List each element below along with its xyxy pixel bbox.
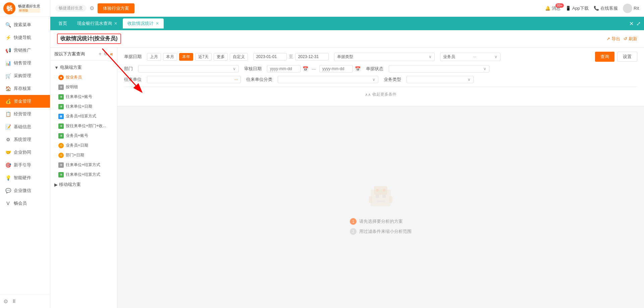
- sidebar-item-inventory[interactable]: 🏠 库存核算: [0, 82, 50, 95]
- settings-btn[interactable]: 设置: [617, 52, 637, 62]
- window-expand-btn[interactable]: ⤢: [636, 20, 641, 27]
- search-icon: 🔍: [5, 22, 11, 28]
- sidebar-item-newuser[interactable]: 🎯 新手引导: [0, 159, 50, 171]
- sidebar-item-system[interactable]: ⚙ 系统管理: [0, 133, 50, 146]
- page-content: 收款情况统计(按业务员) ↗ 导出 ↺ 刷新 按以下方案查询 +: [50, 30, 644, 308]
- marketing-icon: 📢: [5, 47, 11, 53]
- by-salesman-icon: ●: [58, 75, 64, 80]
- group-collapse-arrow: ▼: [54, 65, 59, 70]
- placeholder-step-2: 2 用过滤条件来缩小分析范围: [350, 228, 412, 235]
- customer-service-btn[interactable]: 📞 在线客服: [594, 5, 618, 11]
- date-to-input[interactable]: [295, 53, 329, 60]
- sidebar-item-member[interactable]: V 畅会员: [0, 197, 50, 210]
- sidebar-item-collab[interactable]: 🤝 企业协同: [0, 146, 50, 159]
- tab-bank-flow[interactable]: 现金银行流水查询 ✕: [72, 18, 122, 29]
- sidebar-settings-btn[interactable]: ⚙: [3, 298, 8, 305]
- scheme-item-unit-settle2[interactable]: ⊞ 往来单位+结算方式: [50, 170, 117, 179]
- scheme-item-by-salesman[interactable]: ● 按业务员: [50, 72, 117, 82]
- purchase-icon: 🛒: [5, 73, 11, 79]
- scheme-item-unit-settle1[interactable]: ⊞ 往来单位+结算方式: [50, 160, 117, 170]
- scheme-item-salesman-settle[interactable]: ▦ 业务员+结算方式: [50, 111, 117, 121]
- scheme-item-unit-dept[interactable]: ⊞ 按往来单位+部门+收...: [50, 121, 117, 131]
- date-from-input[interactable]: [253, 53, 287, 60]
- counterpart-category-label: 往来单位分类: [246, 76, 272, 83]
- scheme-list: ▼ 电脑端方案 ● 按业务员 ⊞ 按明细 ⊞ 往来单位+账号: [50, 61, 117, 308]
- sidebar-item-finance[interactable]: 💰 资金管理: [0, 95, 50, 108]
- sidebar-item-operation[interactable]: 📋 经营管理: [0, 108, 50, 120]
- trial-btn[interactable]: 体验行业方案: [98, 3, 135, 13]
- sidebar-item-hardware[interactable]: 💡 智能硬件: [0, 171, 50, 184]
- doc-type-select[interactable]: 单据类型 ∨: [334, 53, 435, 61]
- scheme-item-salesman-account[interactable]: ⊞ 业务员+账号: [50, 131, 117, 141]
- scheme-item-unit-account[interactable]: ⊞ 往来单位+账号: [50, 92, 117, 102]
- review-to-calendar-icon[interactable]: 📅: [355, 66, 361, 71]
- tab-close-bank[interactable]: ✕: [114, 21, 117, 26]
- sidebar-item-quicknav[interactable]: ⚡ 快捷导航: [0, 31, 50, 44]
- scheme-group-pc-header[interactable]: ▼ 电脑端方案: [54, 64, 113, 70]
- refresh-icon: ↺: [624, 36, 627, 41]
- counterpart-input[interactable]: ···: [147, 76, 241, 83]
- sidebar-item-purchase[interactable]: 🛒 采购管理: [0, 69, 50, 82]
- business-type-label: 业务类型: [384, 76, 401, 83]
- dept-select[interactable]: ∨: [138, 65, 239, 72]
- svg-point-3: [383, 189, 385, 192]
- sidebar-item-wechat[interactable]: 💬 企业微信: [0, 184, 50, 197]
- left-panel-title: 按以下方案查询: [54, 51, 85, 57]
- date-last-month[interactable]: 上月: [147, 53, 161, 61]
- date-this-month[interactable]: 本月: [163, 53, 177, 61]
- svg-rect-5: [382, 195, 386, 198]
- unit-settle1-icon: ⊞: [58, 162, 64, 168]
- logo-icon: 畅: [3, 2, 15, 14]
- business-type-arrow: ∨: [468, 77, 471, 82]
- scheme-item-dept-date[interactable]: ⊙ 部门+日期: [50, 150, 117, 160]
- counterpart-category-select[interactable]: ∨: [278, 76, 378, 83]
- date-more[interactable]: 更多: [214, 53, 228, 61]
- salesman-account-icon: ⊞: [58, 133, 64, 139]
- header-settings-icon[interactable]: ⚙: [90, 5, 94, 11]
- sidebar-collapse-btn[interactable]: ⏸: [11, 298, 17, 305]
- dept-arrow: ∨: [233, 66, 236, 71]
- scheme-item-detail[interactable]: ⊞ 按明细: [50, 82, 117, 92]
- add-scheme-btn[interactable]: +: [99, 51, 102, 57]
- sidebar-item-search[interactable]: 🔍 搜索菜单: [0, 18, 50, 31]
- collapse-more-btn[interactable]: ∧∧ 收起更多条件: [362, 89, 399, 100]
- tab-close-collection[interactable]: ✕: [156, 21, 159, 26]
- main-content: 畅捷通好生意 ⚙ 体验行业方案 🔔 消息 99+ 📱 App下载 📞 在线客服 …: [50, 0, 644, 308]
- salesman-date-icon: ⊙: [58, 143, 64, 148]
- review-to-input[interactable]: [319, 65, 353, 72]
- counterpart-more-btn[interactable]: ···: [234, 77, 238, 82]
- date-this-year[interactable]: 本年: [179, 53, 193, 61]
- date-7days[interactable]: 近7天: [195, 53, 212, 61]
- business-type-select[interactable]: ∨: [407, 76, 474, 83]
- tab-home[interactable]: 首页: [54, 18, 72, 29]
- export-icon: ↗: [606, 36, 610, 41]
- review-from-input[interactable]: [267, 65, 301, 72]
- app-download-btn[interactable]: 📱 App下载: [566, 5, 589, 11]
- refresh-btn[interactable]: ↺ 刷新: [624, 36, 637, 42]
- dept-date-icon: ⊙: [58, 153, 64, 158]
- export-btn[interactable]: ↗ 导出: [606, 36, 620, 42]
- sidebar-item-baseinfo[interactable]: 📝 基础信息: [0, 120, 50, 133]
- sidebar-item-marketing[interactable]: 📢 营销推广: [0, 44, 50, 57]
- user-area[interactable]: Rit: [623, 4, 639, 13]
- inventory-icon: 🏠: [5, 86, 11, 92]
- scheme-item-salesman-date[interactable]: ⊙ 业务员+日期: [50, 141, 117, 150]
- scheme-item-unit-date[interactable]: ⊞ 往来单位+日期: [50, 102, 117, 111]
- tab-bar-actions: ✕ ⤢: [629, 20, 641, 27]
- date-custom[interactable]: 自定义: [230, 53, 248, 61]
- salesman-arrow: ∨: [494, 54, 497, 59]
- notification-btn[interactable]: 🔔 消息 99+: [545, 5, 560, 11]
- review-from-calendar-icon[interactable]: 📅: [303, 66, 308, 71]
- scheme-settings-btn[interactable]: ⚙: [104, 51, 108, 57]
- salesman-select[interactable]: 业务员 ··· ∨: [440, 53, 500, 61]
- window-close-btn[interactable]: ✕: [629, 20, 634, 27]
- sidebar-item-sales[interactable]: 📊 销售管理: [0, 57, 50, 69]
- left-panel-collapse-btn[interactable]: «: [110, 51, 113, 57]
- salesman-more-btn: ···: [473, 54, 476, 59]
- detail-icon: ⊞: [58, 85, 64, 90]
- header-left: 畅捷通好生意 ⚙ 体验行业方案: [55, 3, 135, 13]
- tab-collection-stats[interactable]: 收款情况统计 ✕: [123, 18, 164, 29]
- query-btn[interactable]: 查询: [595, 52, 614, 62]
- doc-status-select[interactable]: ∨: [389, 65, 489, 72]
- scheme-group-mobile-header[interactable]: ▶ 移动端方案: [54, 182, 113, 188]
